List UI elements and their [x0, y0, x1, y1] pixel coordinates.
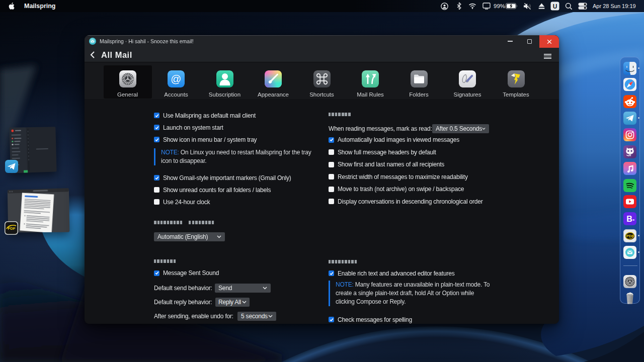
svg-text:PDF: PDF	[626, 234, 633, 238]
svg-text:@: @	[171, 73, 181, 84]
svg-text:PDF: PDF	[8, 226, 16, 231]
svg-text:B: B	[626, 215, 632, 223]
svg-text:U: U	[553, 3, 557, 10]
